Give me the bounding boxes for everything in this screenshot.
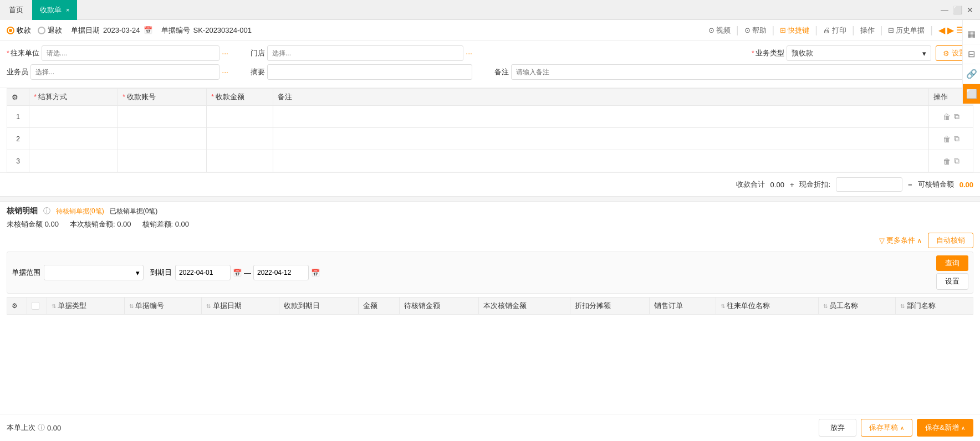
- row-2-copy-icon[interactable]: ⧉: [954, 134, 959, 143]
- calendar-icon[interactable]: 📅: [144, 26, 152, 34]
- discount-input[interactable]: [836, 177, 902, 192]
- row-3-account[interactable]: [118, 150, 207, 172]
- row-1-remark[interactable]: [273, 106, 929, 128]
- date-end-input[interactable]: [253, 265, 309, 280]
- staff-more-btn[interactable]: ···: [222, 68, 228, 76]
- print-btn[interactable]: 🖨 打印: [823, 25, 846, 35]
- window-restore-icon[interactable]: ⬜: [953, 6, 962, 14]
- pending-tab[interactable]: 待核销单据(0笔): [56, 207, 104, 216]
- col-number-header: ⇅ 单据编号: [124, 298, 202, 315]
- col-current-label: 本次核销金额: [483, 301, 527, 310]
- radio-refund[interactable]: 退款: [38, 25, 62, 35]
- counterparty-input[interactable]: [42, 45, 220, 61]
- calendar-end-icon[interactable]: 📅: [311, 269, 320, 277]
- video-btn[interactable]: ⊙ 视频: [708, 25, 731, 35]
- row-3-delete-icon[interactable]: 🗑: [943, 157, 951, 166]
- required-star-1: *: [7, 49, 9, 57]
- row-2-delete-icon[interactable]: 🗑: [943, 135, 951, 143]
- row-3-settlement[interactable]: [29, 150, 118, 172]
- auto-writeoff-button[interactable]: 自动核销: [928, 233, 973, 248]
- col-due-date-label: 收款到期日: [284, 301, 320, 310]
- current-writeoff-label: 本次核销金额:: [70, 220, 115, 228]
- row-1-amount[interactable]: [207, 106, 273, 128]
- row-3-copy-icon[interactable]: ⧉: [954, 156, 959, 166]
- row-3-remark[interactable]: [273, 150, 929, 172]
- date-range: 📅 — 📅: [175, 265, 320, 280]
- plus-sign: +: [790, 181, 794, 189]
- row-2-remark[interactable]: [273, 128, 929, 150]
- tab-home[interactable]: 首页: [0, 0, 32, 20]
- business-type-select[interactable]: 预收款 ▾: [787, 45, 931, 61]
- col-staff-header: ⇅ 员工名称: [818, 298, 896, 315]
- row-3-amount[interactable]: [207, 150, 273, 172]
- store-more-btn[interactable]: ···: [466, 49, 472, 58]
- row-1-copy-icon[interactable]: ⧉: [954, 112, 959, 121]
- summary-label: 摘要: [251, 67, 265, 77]
- writeoff-info-icon[interactable]: ⓘ: [43, 206, 50, 216]
- col-remark-label: 备注: [278, 93, 292, 101]
- row-2-settlement[interactable]: [29, 128, 118, 150]
- save-new-label: 保存&新增: [925, 423, 959, 433]
- row-1-settlement[interactable]: [29, 106, 118, 128]
- row-num-2: 2: [7, 128, 29, 150]
- nav-prev-icon[interactable]: ◀: [938, 25, 945, 35]
- col-settings-header[interactable]: ⚙: [7, 89, 29, 106]
- sidebar-table-icon[interactable]: ▦: [963, 24, 981, 44]
- save-new-button[interactable]: 保存&新增 ∧: [917, 419, 973, 437]
- abandon-button[interactable]: 放弃: [819, 419, 856, 437]
- unchecked-label: 未核销金额: [7, 220, 43, 228]
- row-1-delete-icon[interactable]: 🗑: [943, 112, 951, 121]
- save-draft-chevron-icon: ∧: [900, 425, 904, 431]
- window-minimize-icon[interactable]: —: [941, 6, 948, 14]
- col-check-header[interactable]: [27, 298, 47, 315]
- counterparty-more-btn[interactable]: ···: [222, 49, 228, 58]
- range-select[interactable]: ▾: [44, 265, 144, 280]
- col-amount-label: 金额: [363, 301, 377, 310]
- history-btn[interactable]: ⊟ 历史单据: [888, 25, 925, 35]
- tab-close-icon[interactable]: ×: [66, 7, 69, 13]
- number-label: 单据编号: [161, 25, 190, 35]
- required-star-2: *: [752, 49, 754, 57]
- sidebar-list-icon[interactable]: ⊟: [963, 44, 981, 64]
- header-checkbox[interactable]: [32, 302, 39, 310]
- query-button[interactable]: 查询: [936, 255, 968, 271]
- sidebar-link-icon[interactable]: 🔗: [963, 64, 981, 84]
- auto-writeoff-label: 自动核销: [936, 236, 965, 244]
- staff-label: 业务员: [7, 67, 28, 77]
- tab-active[interactable]: 收款单 ×: [32, 0, 77, 20]
- calendar-start-icon[interactable]: 📅: [233, 269, 242, 277]
- footer: 本单上次 ⓘ 0.00 放弃 保存草稿 ∧ 保存&新增 ∧: [0, 414, 980, 441]
- col-date-label: 单据日期: [213, 301, 242, 310]
- operate-btn[interactable]: 操作: [860, 25, 875, 35]
- radio-receive[interactable]: 收款: [7, 25, 31, 35]
- save-draft-button[interactable]: 保存草稿 ∧: [861, 419, 912, 437]
- staff-input[interactable]: [30, 64, 220, 80]
- table-row: 3 🗑 ⧉: [7, 150, 973, 172]
- bottom-table: ⚙ ⇅ 单据类型 ⇅ 单据编号 ⇅: [7, 297, 973, 315]
- form-row-1: * 往来单位 ··· 门店 ··· * 业务类型 预收款 ▾: [7, 45, 973, 61]
- row-1-account[interactable]: [118, 106, 207, 128]
- footer-info-value: 0.00: [47, 424, 61, 432]
- number-value: SK-20230324-001: [193, 26, 252, 34]
- filter-settings-button[interactable]: 设置: [936, 273, 968, 290]
- done-tab[interactable]: 已核销单据(0笔): [110, 207, 158, 216]
- remark-input[interactable]: [511, 64, 973, 80]
- col-action-label: 操作: [933, 93, 948, 101]
- store-input[interactable]: [267, 45, 463, 61]
- date-start-input[interactable]: [175, 265, 231, 280]
- filter-buttons: 查询 设置: [936, 255, 968, 290]
- help-btn[interactable]: ⊙ 帮助: [744, 25, 767, 35]
- shortcut-btn[interactable]: ⊞ 快捷键: [780, 25, 809, 35]
- counterparty-label: 往来单位: [11, 48, 39, 58]
- window-close-icon[interactable]: ✕: [967, 6, 973, 14]
- radio-receive-dot: [7, 27, 14, 34]
- remark-label: 备注: [494, 67, 509, 77]
- row-2-amount[interactable]: [207, 128, 273, 150]
- row-2-account[interactable]: [118, 128, 207, 150]
- nav-next-icon[interactable]: ▶: [947, 25, 954, 35]
- sidebar-expand-icon[interactable]: ⬜: [963, 84, 981, 104]
- more-conditions-btn[interactable]: ▽ 更多条件 ∧: [879, 235, 922, 245]
- col-gear-header[interactable]: ⚙: [7, 298, 27, 315]
- summary-input[interactable]: [267, 64, 472, 80]
- row-num-1: 1: [7, 106, 29, 128]
